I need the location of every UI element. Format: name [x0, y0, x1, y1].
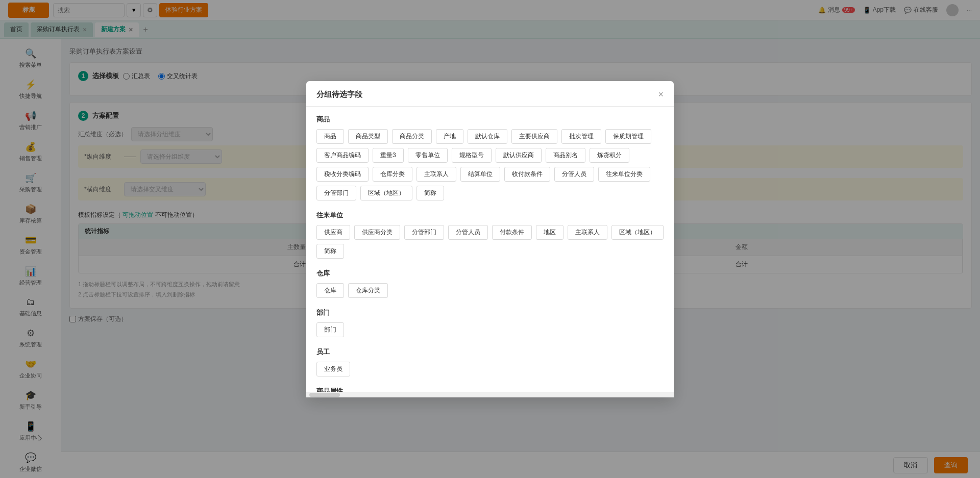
- field-tag-0-21[interactable]: 往来单位分类: [598, 167, 650, 182]
- field-tag-0-22[interactable]: 分管部门: [316, 186, 356, 200]
- modal: 分组待选字段 × 商品商品商品类型商品分类产地默认仓库主要供应商批次管理保质期管…: [306, 81, 674, 397]
- modal-header: 分组待选字段 ×: [306, 81, 674, 107]
- modal-section-2: 仓库仓库仓库分类: [316, 269, 664, 298]
- field-tag-0-2[interactable]: 商品分类: [392, 129, 432, 144]
- field-tag-0-5[interactable]: 主要供应商: [511, 129, 557, 144]
- field-tag-1-4[interactable]: 付款条件: [492, 225, 532, 240]
- field-grid-1: 供应商供应商分类分管部门分管人员付款条件地区主联系人区域（地区）简称: [316, 225, 664, 259]
- field-tag-0-23[interactable]: 区域（地区）: [360, 186, 412, 200]
- field-tag-0-14[interactable]: 炼货积分: [590, 148, 629, 163]
- field-tag-0-8[interactable]: 客户商品编码: [316, 148, 369, 163]
- modal-section-title-5: 商品属性: [316, 387, 664, 392]
- field-grid-4: 业务员: [316, 362, 664, 376]
- field-tag-0-9[interactable]: 重量3: [373, 148, 404, 163]
- field-tag-0-24[interactable]: 简称: [416, 186, 444, 200]
- field-tag-1-8[interactable]: 简称: [316, 244, 344, 259]
- field-tag-0-4[interactable]: 默认仓库: [468, 129, 507, 144]
- modal-section-1: 往来单位供应商供应商分类分管部门分管人员付款条件地区主联系人区域（地区）简称: [316, 211, 664, 259]
- modal-section-3: 部门部门: [316, 308, 664, 337]
- field-tag-0-20[interactable]: 分管人员: [554, 167, 594, 182]
- field-tag-0-18[interactable]: 结算单位: [460, 167, 500, 182]
- modal-section-title-1: 往来单位: [316, 211, 664, 220]
- field-tag-0-10[interactable]: 零售单位: [408, 148, 448, 163]
- field-tag-1-1[interactable]: 供应商分类: [354, 225, 400, 240]
- modal-section-title-4: 员工: [316, 347, 664, 357]
- field-tag-1-6[interactable]: 主联系人: [568, 225, 607, 240]
- field-tag-0-1[interactable]: 商品类型: [348, 129, 388, 144]
- field-tag-1-3[interactable]: 分管人员: [448, 225, 488, 240]
- field-tag-0-6[interactable]: 批次管理: [561, 129, 601, 144]
- modal-horizontal-scrollbar[interactable]: [306, 392, 674, 397]
- field-tag-0-0[interactable]: 商品: [316, 129, 344, 144]
- field-tag-0-3[interactable]: 产地: [436, 129, 463, 144]
- field-grid-3: 部门: [316, 322, 664, 337]
- field-tag-0-19[interactable]: 收付款条件: [504, 167, 550, 182]
- field-tag-1-0[interactable]: 供应商: [316, 225, 350, 240]
- modal-title: 分组待选字段: [316, 90, 362, 99]
- field-tag-1-5[interactable]: 地区: [536, 225, 564, 240]
- field-tag-4-0[interactable]: 业务员: [316, 362, 350, 376]
- modal-section-title-2: 仓库: [316, 269, 664, 278]
- field-tag-1-7[interactable]: 区域（地区）: [611, 225, 664, 240]
- modal-body: 商品商品商品类型商品分类产地默认仓库主要供应商批次管理保质期管理客户商品编码重量…: [306, 107, 674, 392]
- modal-close-button[interactable]: ×: [658, 89, 664, 100]
- modal-section-title-3: 部门: [316, 308, 664, 317]
- modal-overlay[interactable]: 分组待选字段 × 商品商品商品类型商品分类产地默认仓库主要供应商批次管理保质期管…: [0, 0, 980, 478]
- field-tag-0-16[interactable]: 仓库分类: [373, 167, 412, 182]
- field-tag-0-13[interactable]: 商品别名: [546, 148, 585, 163]
- field-tag-2-1[interactable]: 仓库分类: [348, 283, 388, 298]
- field-grid-0: 商品商品类型商品分类产地默认仓库主要供应商批次管理保质期管理客户商品编码重量3零…: [316, 129, 664, 200]
- hscroll-thumb[interactable]: [309, 393, 340, 397]
- modal-section-0: 商品商品商品类型商品分类产地默认仓库主要供应商批次管理保质期管理客户商品编码重量…: [316, 115, 664, 200]
- field-tag-0-15[interactable]: 税收分类编码: [316, 167, 369, 182]
- modal-section-4: 员工业务员: [316, 347, 664, 376]
- field-tag-0-11[interactable]: 规格型号: [452, 148, 492, 163]
- field-tag-3-0[interactable]: 部门: [316, 322, 344, 337]
- modal-section-title-0: 商品: [316, 115, 664, 124]
- field-tag-0-17[interactable]: 主联系人: [416, 167, 456, 182]
- field-grid-2: 仓库仓库分类: [316, 283, 664, 298]
- field-tag-1-2[interactable]: 分管部门: [404, 225, 444, 240]
- field-tag-0-12[interactable]: 默认供应商: [496, 148, 542, 163]
- field-tag-0-7[interactable]: 保质期管理: [605, 129, 651, 144]
- field-tag-2-0[interactable]: 仓库: [316, 283, 344, 298]
- modal-section-5: 商品属性属性颜色多规格尺码鞋码1: [316, 387, 664, 392]
